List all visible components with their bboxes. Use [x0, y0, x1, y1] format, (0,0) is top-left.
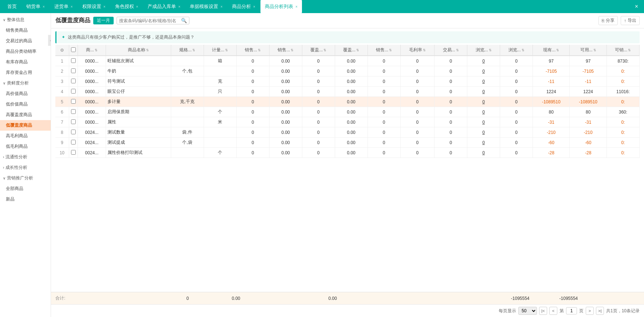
row-checkbox[interactable] — [71, 68, 76, 73]
th-trade[interactable]: 交易...⇅ — [435, 45, 467, 56]
th-unit[interactable]: 计量...⇅ — [204, 45, 236, 56]
th-sales-qty[interactable]: 销售...⇅ — [236, 45, 269, 56]
cell-view1[interactable]: 0 — [467, 138, 500, 148]
nav-close-product[interactable]: × — [178, 5, 180, 9]
select-all-checkbox[interactable] — [71, 47, 76, 52]
nav-analysis-list[interactable]: 商品分析列表 × — [260, 0, 302, 13]
cell-view2: 0 — [500, 66, 533, 76]
sidebar-item-all-goods[interactable]: 全部商品 — [0, 183, 51, 194]
row-checkbox[interactable] — [71, 58, 76, 63]
th-gross[interactable]: 毛利率⇅ — [400, 45, 434, 56]
sidebar-section-freshness[interactable]: ∨ 类鲜度分析 — [0, 78, 51, 88]
row-checkbox[interactable] — [71, 150, 76, 155]
th-sales-amt[interactable]: 销售...⇅ — [269, 45, 302, 56]
sidebar-section-growth[interactable]: › 成长性分析 — [0, 162, 51, 173]
nav-close-analysis-list[interactable]: × — [295, 5, 298, 9]
th-spec[interactable]: 规格...⇅ — [171, 45, 204, 56]
nav-close-permissions[interactable]: × — [103, 5, 106, 9]
row-checkbox[interactable] — [71, 79, 76, 83]
cell-view1[interactable]: 0 — [467, 76, 500, 87]
row-checkbox[interactable] — [71, 89, 76, 94]
nav-role-auth[interactable]: 角色授权 × — [111, 0, 143, 13]
th-view2[interactable]: 浏览...⇅ — [500, 45, 533, 56]
nav-close-all[interactable]: × — [632, 3, 641, 10]
page-input[interactable] — [566, 307, 577, 314]
cell-saleable: 0: — [606, 117, 639, 127]
next-page-btn[interactable]: > — [586, 307, 594, 315]
nav-product-entry[interactable]: 产成品入库单 × — [143, 0, 185, 13]
prev-page-btn[interactable]: < — [549, 307, 557, 315]
sidebar-item-high-coverage[interactable]: 高覆盖度商品 — [0, 110, 51, 120]
sidebar-item-sales-goods[interactable]: 销售类商品 — [0, 25, 51, 36]
th-current[interactable]: 现有...⇅ — [533, 45, 570, 56]
th-cover2[interactable]: 覆盖...⇅ — [335, 45, 368, 56]
nav-sales-order[interactable]: 销货单 × — [22, 0, 49, 13]
th-saleable[interactable]: 可销...⇅ — [606, 45, 639, 56]
cell-view1[interactable]: 0 — [467, 66, 500, 76]
cell-view1[interactable]: 0 — [467, 127, 500, 138]
cell-sales3: 0 — [368, 127, 400, 138]
per-page-select[interactable]: 50 20 100 200 — [518, 307, 537, 315]
th-sales3[interactable]: 销售...⇅ — [368, 45, 400, 56]
sidebar-collapse-btn[interactable]: « — [48, 35, 51, 46]
sidebar-section-marketing[interactable]: ∨ 营销推广分析 — [0, 173, 51, 183]
export-button[interactable]: ↑ 导出 — [621, 16, 640, 25]
sidebar-item-low-margin[interactable]: 低毛利商品 — [0, 141, 51, 152]
sidebar-item-stock-goods[interactable]: 有库存商品 — [0, 57, 51, 67]
first-page-btn[interactable]: |< — [539, 307, 547, 315]
cell-view1[interactable]: 0 — [467, 117, 500, 127]
row-checkbox[interactable] — [71, 109, 76, 114]
sidebar-item-high-margin[interactable]: 高毛利商品 — [0, 131, 51, 141]
period-button[interactable]: 近一月 — [93, 17, 114, 24]
th-code[interactable]: 商...⇅ — [78, 45, 106, 56]
cell-view1[interactable]: 0 — [467, 56, 500, 66]
cell-available: 80 — [570, 107, 606, 117]
nav-close-sales[interactable]: × — [43, 5, 45, 9]
nav-close-purchase[interactable]: × — [71, 5, 73, 9]
th-view1[interactable]: 浏览...⇅ — [467, 45, 500, 56]
sidebar-item-category-rate[interactable]: 商品分类动销率 — [0, 46, 51, 57]
sidebar-section-circulation[interactable]: › 流通性分析 — [0, 152, 51, 162]
sidebar-section-overall[interactable]: ∨ 整体信息 — [0, 15, 51, 25]
export-icon: ↑ — [624, 18, 626, 23]
nav-close-role[interactable]: × — [136, 5, 138, 9]
nav-template-settings[interactable]: 单据模板设置 × — [185, 0, 227, 13]
th-settings[interactable]: ⚙ — [55, 45, 69, 56]
th-available[interactable]: 可用...⇅ — [570, 45, 606, 56]
cell-available: -31 — [570, 117, 606, 127]
cell-view1[interactable]: 0 — [467, 148, 500, 158]
cell-available: -11 — [570, 76, 606, 87]
share-button[interactable]: ⎘ 分享 — [598, 16, 618, 25]
search-input[interactable] — [119, 18, 181, 23]
row-checkbox[interactable] — [71, 130, 76, 134]
nav-close-analysis[interactable]: × — [253, 5, 255, 9]
share-icon: ⎘ — [602, 18, 604, 23]
sidebar-item-low-value[interactable]: 低价值商品 — [0, 99, 51, 110]
cell-view1[interactable]: 0 — [467, 87, 500, 97]
settings-icon[interactable]: ⚙ — [60, 48, 64, 53]
nav-permissions[interactable]: 权限设置 × — [78, 0, 110, 13]
cell-name: 启用保质期 — [106, 107, 171, 117]
sidebar-item-traded-goods[interactable]: 交易过的商品 — [0, 36, 51, 46]
footer-current: -1095554 — [498, 296, 543, 301]
last-page-btn[interactable]: >| — [596, 307, 604, 315]
nav-purchase[interactable]: 进货单 × — [50, 0, 77, 13]
cell-view1[interactable]: 0 — [467, 97, 500, 107]
sidebar-item-high-value[interactable]: 高价值商品 — [0, 88, 51, 99]
row-checkbox[interactable] — [71, 99, 76, 104]
cell-current: -7105 — [533, 66, 570, 76]
sidebar-item-low-coverage[interactable]: 低覆盖度商品 — [0, 120, 51, 131]
cell-view1[interactable]: 0 — [467, 107, 500, 117]
row-checkbox[interactable] — [71, 140, 76, 144]
cell-trade: 0 — [435, 56, 467, 66]
sidebar-item-new-goods[interactable]: 新品 — [0, 194, 51, 205]
search-box: 🔍 — [117, 17, 189, 24]
row-checkbox[interactable] — [71, 119, 76, 124]
search-icon[interactable]: 🔍 — [181, 18, 187, 23]
nav-home[interactable]: 首页 — [3, 0, 21, 13]
nav-product-analysis[interactable]: 商品分析 × — [228, 0, 260, 13]
th-cover1[interactable]: 覆盖...⇅ — [302, 45, 335, 56]
nav-close-template[interactable]: × — [220, 5, 223, 9]
th-name[interactable]: 商品名称⇅ — [106, 45, 171, 56]
sidebar-item-capital[interactable]: 库存资金占用 — [0, 67, 51, 78]
